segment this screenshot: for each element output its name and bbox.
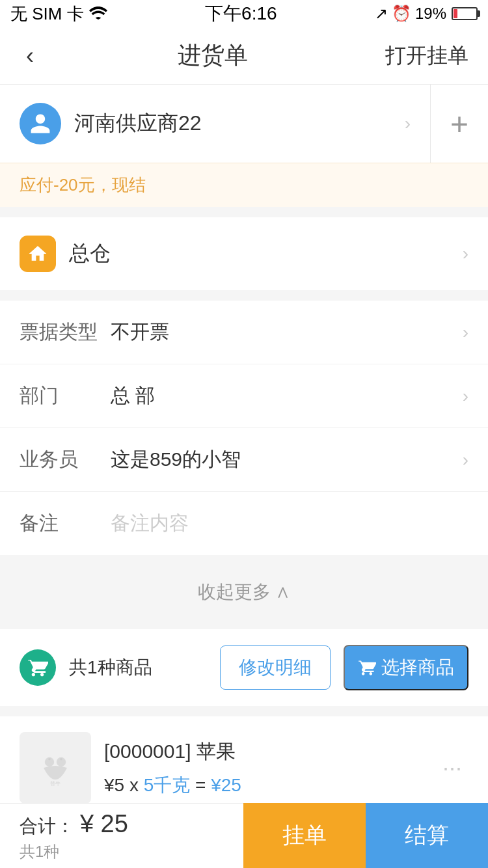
wifi-icon [89,4,107,24]
remark-input[interactable]: 备注内容 [104,510,468,537]
page-title: 进货单 [178,40,248,72]
select-product-button[interactable]: 选择商品 [344,645,468,690]
open-hang-button[interactable]: 打开挂单 [385,42,468,70]
product-thumbnail: 替牛 [20,732,91,804]
remark-label: 备注 [20,510,104,537]
product-name: [0000001] 苹果 [104,739,423,765]
department-row[interactable]: 部门 总 部 › [0,364,488,428]
equals-sign: = [195,775,211,795]
department-value: 总 部 [104,383,456,409]
nav-bar: ‹ 进货单 打开挂单 [0,27,488,85]
invoice-value: 不开票 [104,319,456,346]
status-time: 下午6:16 [205,1,277,26]
status-right: ↗ ⏰ 19% [375,5,478,23]
status-left: 无 SIM 卡 [10,3,107,25]
supplier-name: 河南供应商22 [74,109,398,138]
supplier-avatar [20,103,61,144]
line-total: ¥25 [211,775,241,795]
battery-icon [452,7,478,20]
product-header: 共1种商品 修改明细 选择商品 [0,629,488,706]
total-amount: 合计： ¥ 25 [20,810,224,839]
product-icon [20,649,56,686]
form-section: 票据类型 不开票 › 部门 总 部 › 业务员 这是859的小智 › 备注 备注… [0,301,488,555]
chevron-right-icon: › [463,243,468,264]
chevron-right-icon: › [463,322,468,343]
hang-order-button[interactable]: 挂单 [243,803,366,868]
edit-detail-button[interactable]: 修改明细 [220,645,331,690]
more-options-button[interactable]: ··· [436,748,468,788]
svg-text:替牛: 替牛 [50,780,61,787]
settle-button[interactable]: 结算 [366,803,488,868]
total-label: 合计： [20,816,74,836]
bottom-bar: 合计： ¥ 25 共1种 挂单 结算 [0,803,488,868]
quantity: 5千克 [144,775,191,795]
supplier-section: 河南供应商22 › + [0,85,488,163]
product-info: [0000001] 苹果 ¥5 x 5千克 = ¥25 [104,739,423,798]
divider [0,207,488,217]
chevron-right-icon: › [463,450,468,470]
product-price: ¥5 x 5千克 = ¥25 [104,773,423,798]
battery-text: 19% [415,5,446,23]
warehouse-selector[interactable]: 总仓 › [0,217,488,290]
chevron-right-icon: › [405,113,411,134]
chevron-right-icon: › [463,386,468,407]
back-button[interactable]: ‹ [20,36,40,76]
invoice-type-row[interactable]: 票据类型 不开票 › [0,301,488,364]
payment-hint: 应付-20元，现结 [0,163,488,207]
product-count: 共1种商品 [69,655,207,680]
remark-row[interactable]: 备注 备注内容 [0,492,488,555]
multiply-sign: x [129,775,144,795]
select-product-label: 选择商品 [381,655,454,680]
department-label: 部门 [20,383,104,409]
salesman-value: 这是859的小智 [104,446,456,473]
location-icon: ↗ [375,5,388,23]
carrier-text: 无 SIM 卡 [10,3,84,25]
supplier-selector[interactable]: 河南供应商22 › [0,85,431,163]
total-value: ¥ 25 [80,810,128,837]
total-section: 合计： ¥ 25 共1种 [0,803,243,868]
total-count: 共1种 [20,841,224,862]
main-content: 河南供应商22 › + 应付-20元，现结 总仓 › 票据类型 不开票 › 部门… [0,85,488,868]
product-title: 苹果 [197,740,236,762]
product-code: [0000001] [104,740,191,762]
svg-point-2 [48,758,51,761]
warehouse-name: 总仓 [69,239,456,268]
salesman-row[interactable]: 业务员 这是859的小智 › [0,428,488,492]
product-placeholder-icon: 替牛 [36,748,75,787]
select-product-icon [358,658,376,677]
svg-point-3 [60,758,62,761]
unit-price: ¥5 [104,775,124,795]
invoice-label: 票据类型 [20,319,104,346]
collapse-button[interactable]: 收起更多 ∧ [0,565,488,619]
warehouse-icon [20,236,56,272]
status-bar: 无 SIM 卡 下午6:16 ↗ ⏰ 19% [0,0,488,27]
salesman-label: 业务员 [20,446,104,473]
alarm-icon: ⏰ [392,5,411,23]
add-supplier-button[interactable]: + [431,85,488,163]
